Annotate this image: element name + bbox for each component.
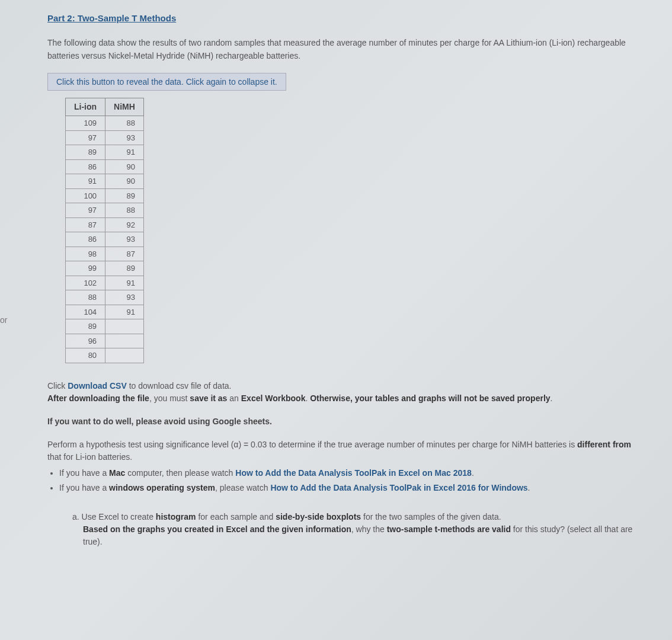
table-cell: 88	[105, 203, 144, 218]
table-header-row: Li-ion NiMH	[66, 98, 144, 116]
mac-instruction: If you have a Mac computer, then please …	[59, 467, 636, 479]
table-row: 96	[66, 334, 144, 348]
table-row: 8893	[66, 290, 144, 305]
table-row: 10291	[66, 276, 144, 290]
page-edge-text: or	[0, 314, 7, 327]
table-cell: 102	[66, 276, 105, 290]
table-cell: 97	[66, 203, 105, 218]
windows-toolpak-link[interactable]: How to Add the Data Analysis ToolPak in …	[270, 483, 527, 492]
table-cell	[105, 319, 144, 334]
table-row: 9989	[66, 261, 144, 276]
table-cell: 91	[105, 276, 144, 290]
col-header-liion: Li-ion	[66, 98, 105, 116]
table-cell: 87	[66, 217, 105, 232]
table-cell: 86	[66, 232, 105, 247]
table-cell: 87	[105, 247, 144, 261]
table-cell: 97	[66, 130, 105, 145]
table-row: 9190	[66, 174, 144, 189]
reveal-data-button[interactable]: Click this button to reveal the data. Cl…	[47, 73, 286, 91]
toolpak-instructions: If you have a Mac computer, then please …	[59, 467, 636, 494]
battery-data-table: Li-ion NiMH 1098897938991869091901008997…	[65, 98, 144, 363]
table-row: 8792	[66, 217, 144, 232]
table-row: 9793	[66, 130, 144, 145]
table-cell: 90	[105, 159, 144, 174]
hypothesis-instruction: Perform a hypothesis test using signific…	[47, 439, 636, 463]
download-instruction: Click Download CSV to download csv file …	[47, 380, 636, 405]
table-cell: 100	[66, 188, 105, 203]
windows-instruction: If you have a windows operating system, …	[59, 482, 636, 494]
table-row: 89	[66, 319, 144, 334]
table-cell: 89	[66, 319, 105, 334]
table-cell: 91	[66, 174, 105, 189]
table-cell: 109	[66, 116, 105, 131]
table-row: 10089	[66, 188, 144, 203]
question-a: a. Use Excel to create histogram for eac…	[83, 511, 636, 548]
table-cell: 93	[105, 290, 144, 305]
table-cell: 92	[105, 217, 144, 232]
table-cell: 86	[66, 159, 105, 174]
table-cell	[105, 348, 144, 363]
table-cell: 80	[66, 348, 105, 363]
mac-toolpak-link[interactable]: How to Add the Data Analysis ToolPak in …	[235, 468, 472, 478]
table-row: 8690	[66, 159, 144, 174]
table-cell: 93	[105, 130, 144, 145]
table-cell: 96	[66, 334, 105, 348]
table-cell: 89	[66, 145, 105, 160]
table-cell: 104	[66, 305, 105, 319]
intro-paragraph: The following data show the results of t…	[47, 36, 636, 63]
table-row: 9887	[66, 247, 144, 261]
col-header-nimh: NiMH	[105, 98, 144, 116]
table-row: 10491	[66, 305, 144, 319]
table-row: 10988	[66, 116, 144, 131]
table-cell: 88	[66, 290, 105, 305]
table-cell: 90	[105, 174, 144, 189]
table-cell: 91	[105, 145, 144, 160]
table-cell: 93	[105, 232, 144, 247]
table-cell: 89	[105, 261, 144, 276]
table-cell: 91	[105, 305, 144, 319]
table-cell: 98	[66, 247, 105, 261]
table-cell: 88	[105, 116, 144, 131]
table-row: 8991	[66, 145, 144, 160]
table-row: 80	[66, 348, 144, 363]
google-sheets-warning: If you want to do well, please avoid usi…	[47, 415, 636, 428]
table-row: 8693	[66, 232, 144, 247]
table-cell: 89	[105, 188, 144, 203]
table-cell	[105, 334, 144, 348]
table-cell: 99	[66, 261, 105, 276]
download-csv-link[interactable]: Download CSV	[68, 381, 127, 391]
table-row: 9788	[66, 203, 144, 218]
section-title: Part 2: Two-Sample T Methods	[47, 12, 636, 25]
